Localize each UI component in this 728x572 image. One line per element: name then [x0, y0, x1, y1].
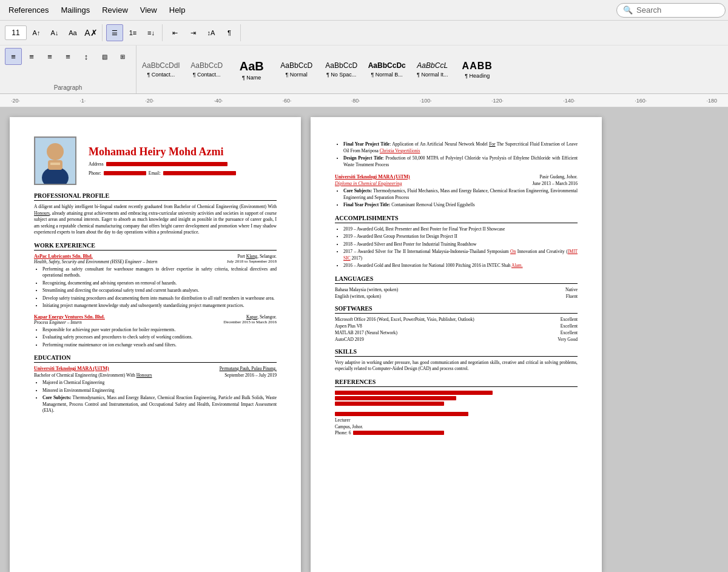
email-redacted — [163, 171, 236, 175]
uitm2-bullet-1: Core Subjects: Thermodynamics, Fluid Mec… — [343, 188, 578, 201]
style-preview-no-space: AaBbCcD — [325, 61, 357, 70]
edu-degree-row-1: Bachelor of Chemical Engineering (Enviro… — [34, 372, 277, 378]
search-label: Search — [636, 5, 661, 15]
line-spacing-btn[interactable]: ↕ — [78, 48, 95, 65]
show-hide-btn[interactable]: ¶ — [221, 24, 238, 41]
resume-name-block: Mohamad Heiry Mohd Azmi Address Phone: E… — [89, 146, 277, 177]
resume-header: Mohamad Heiry Mohd Azmi Address Phone: E… — [34, 136, 277, 185]
lang-2: English (written, spoken) — [335, 294, 381, 299]
shading-btn[interactable]: ▧ — [96, 48, 113, 65]
search-icon: 🔍 — [623, 5, 633, 15]
softwares-title: SOFTWARES — [335, 305, 578, 314]
change-case-btn[interactable]: Aa — [64, 24, 81, 41]
p2-edu-bullet-2: Design Project Title: Production of 50,0… — [343, 155, 578, 168]
uitm2-location: Pasir Gudang, Johor. — [540, 174, 578, 180]
style-contact1[interactable]: AaBbCcDdI ¶ Contact... — [139, 48, 183, 92]
style-no-space[interactable]: AaBbCcD ¶ No Spac... — [320, 48, 363, 92]
uitm2-bullets: Core Subjects: Thermodynamics, Fluid Mec… — [335, 188, 578, 209]
menu-review[interactable]: Review — [96, 3, 134, 17]
skills-text: Very adaptive in working under pressure,… — [335, 360, 578, 372]
sort-btn[interactable]: ↕A — [203, 24, 220, 41]
bullet-2-2: Evaluating safety processes and procedur… — [42, 334, 277, 341]
software-4: AutoCAD 2019 — [335, 337, 364, 342]
uitm2-degree-row: Diploma in Chemical Engineering June 201… — [335, 181, 578, 186]
bullet-1-3: Streamlining and directing the occupatio… — [42, 288, 277, 294]
numbered-list-btn[interactable]: 1≡ — [124, 24, 141, 41]
address-redacted — [106, 162, 228, 166]
work-role-row-2: Process Engineer – Intern December 2015 … — [34, 320, 277, 325]
svg-rect-4 — [50, 163, 60, 165]
style-label-name: ¶ Name — [242, 75, 261, 81]
work-role-row-1: Health, Safety, Security and Environment… — [34, 259, 277, 264]
align-left-btn[interactable]: ≡ — [5, 48, 22, 65]
style-normal-it[interactable]: AaBbCcL ¶ Normal It... — [411, 48, 454, 92]
software-row-4: AutoCAD 2019 Very Good — [335, 337, 578, 342]
menu-mailings[interactable]: Mailings — [55, 3, 96, 17]
edu-bullet-1-2: Minored in Environmental Engineering — [42, 388, 277, 394]
email-label: Email: — [149, 170, 161, 176]
ref-block-2: Lecturer Campus, Johor. Phone: 6 — [335, 412, 578, 436]
align-center-btn[interactable]: ≡ — [23, 48, 40, 65]
menu-help[interactable]: Help — [163, 3, 192, 17]
software-level-4: Very Good — [558, 337, 578, 342]
style-normal-b[interactable]: AaBbCcDc ¶ Normal B... — [365, 48, 409, 92]
ribbon-row1: A↑ A↓ Aa A✗ ☰ 1≡ ≡↓ ⇤ ⇥ ↕A — [0, 21, 728, 45]
ribbon: A↑ A↓ Aa A✗ ☰ 1≡ ≡↓ ⇤ ⇥ ↕A — [0, 21, 728, 94]
ref2-name-redacted — [335, 412, 468, 416]
bullet-2-1: Responsible for achieving pure water pro… — [42, 327, 277, 334]
acc-3: 2018 – Awarded Silver and Best Poster fo… — [343, 241, 578, 248]
lang-level-2: Fluent — [566, 294, 578, 299]
edu-school-1: Universiti Teknologi MARA (UiTM) — [34, 366, 109, 371]
acc-5: 2016 – Awarded Gold and Best Innovation … — [343, 263, 578, 269]
software-row-1: Microsoft Office 2016 (Word, Excel, Powe… — [335, 317, 578, 322]
software-level-3: Excellent — [561, 330, 578, 335]
style-label-heading: ¶ Heading — [465, 73, 490, 79]
align-right-btn[interactable]: ≡ — [41, 48, 58, 65]
menu-references[interactable]: References — [2, 3, 55, 17]
multilevel-list-btn[interactable]: ≡↓ — [143, 24, 160, 41]
menu-view[interactable]: View — [134, 3, 163, 17]
phone-label: Phone: — [89, 170, 101, 176]
ref-block-1 — [335, 391, 578, 406]
style-preview-heading: AABB — [462, 60, 493, 72]
acc-4: 2017 – Awarded Silver for The II Interna… — [343, 249, 578, 261]
ref2-phone-row: Phone: 6 — [335, 429, 578, 436]
indent-group: ⇤ ⇥ ↕A ¶ — [164, 24, 241, 41]
edu-location-1: Permatang Pauh, Pulau Pinang. — [220, 366, 277, 371]
bullet-2-3: Performing routine maintenance on ion ex… — [42, 342, 277, 349]
style-contact2[interactable]: AaBbCcD ¶ Contact... — [186, 48, 228, 92]
increase-indent-btn[interactable]: ⇥ — [184, 24, 201, 41]
font-size-input[interactable] — [5, 25, 27, 40]
style-heading[interactable]: AABB ¶ Heading — [456, 48, 499, 92]
uitm2-row: Universiti Teknologi MARA (UiTM) Pasir G… — [335, 174, 578, 180]
software-level-1: Excellent — [561, 317, 578, 322]
uitm2-school: Universiti Teknologi MARA (UiTM) — [335, 174, 410, 180]
decrease-indent-btn[interactable]: ⇤ — [166, 24, 183, 41]
style-preview-contact2: AaBbCcD — [190, 61, 223, 70]
bullet-list-btn[interactable]: ☰ — [106, 24, 123, 41]
font-grow-btn[interactable]: A↑ — [28, 24, 45, 41]
font-shrink-btn[interactable]: A↓ — [46, 24, 63, 41]
style-preview-contact1: AaBbCcDdI — [142, 61, 180, 70]
dates-1: July 2018 to September 2018 — [227, 259, 277, 264]
resume-photo — [34, 136, 76, 185]
borders-btn[interactable]: ⊞ — [114, 48, 131, 65]
search-box[interactable]: 🔍 Search — [616, 3, 726, 18]
p2-edu-bullets: Final Year Project Title: Application of… — [335, 141, 578, 168]
company-2: Kapar Energy Ventures Sdn. Bhd. — [34, 314, 105, 320]
edu-bullets-1: Majored in Chemical Engineering Minored … — [34, 380, 277, 414]
ruler: ·20··1··20··40··60··80··100··120··140··1… — [0, 94, 728, 107]
alignment-section: ≡ ≡ ≡ ≡ ↕ ▧ ⊞ Paragraph — [0, 45, 136, 93]
skills-title: SKILLS — [335, 348, 578, 357]
lang-level-1: Native — [565, 287, 578, 292]
accomplishments-list: 2019 – Awarded Gold, Best Presenter and … — [335, 226, 578, 269]
style-label-normal-b: ¶ Normal B... — [371, 72, 403, 78]
phone-redacted — [104, 171, 146, 175]
justify-btn[interactable]: ≡ — [59, 48, 76, 65]
style-normal[interactable]: AaBbCcD ¶ Normal — [275, 48, 318, 92]
clear-format-btn[interactable]: A✗ — [83, 24, 99, 41]
location-2: Kapar, Selangor. — [246, 314, 277, 320]
ref1-title — [335, 396, 578, 400]
uitm2-dates: June 2013 – March 2016 — [532, 181, 578, 186]
style-name[interactable]: AaB ¶ Name — [231, 48, 273, 92]
